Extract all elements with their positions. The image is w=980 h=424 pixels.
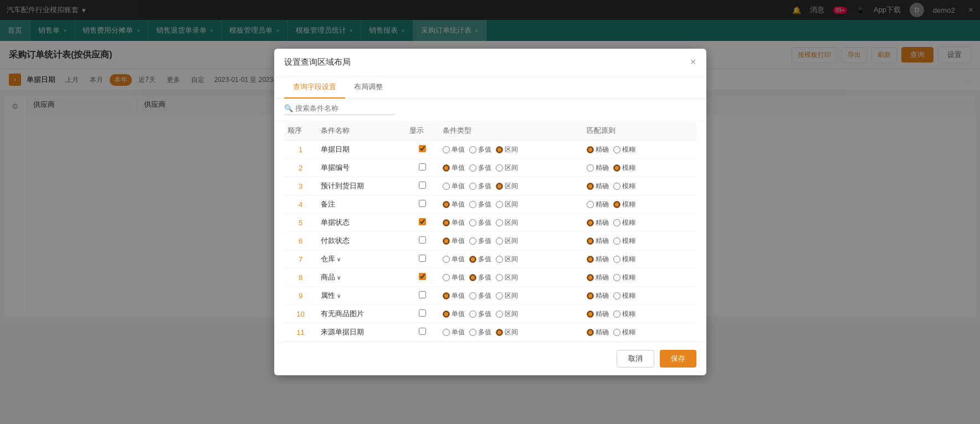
display-checkbox[interactable] xyxy=(419,309,426,317)
type-option-单值[interactable]: 单值 xyxy=(443,255,465,264)
type-option-区间[interactable]: 区间 xyxy=(496,309,518,319)
match-option-精确[interactable]: 精确 xyxy=(587,200,609,209)
type-option-多值[interactable]: 多值 xyxy=(469,255,491,264)
dialog-tab-layout-label: 布局调整 xyxy=(354,82,383,91)
type-option-多值[interactable]: 多值 xyxy=(469,236,491,246)
type-option-区间[interactable]: 区间 xyxy=(496,236,518,246)
match-option-模糊[interactable]: 模糊 xyxy=(613,291,635,301)
type-option-单值[interactable]: 单值 xyxy=(443,291,465,301)
type-option-多值[interactable]: 多值 xyxy=(469,182,491,191)
row-display xyxy=(406,177,439,195)
dialog-overlay: 设置查询区域布局 × 查询字段设置 布局调整 🔍 xyxy=(0,0,980,323)
table-row: 3预计到货日期单值多值区间精确模糊 xyxy=(284,177,696,195)
match-option-精确[interactable]: 精确 xyxy=(587,163,609,173)
table-row: 5单据状态单值多值区间精确模糊 xyxy=(284,214,696,232)
table-row: 7仓库 ∨单值多值区间精确模糊 xyxy=(284,250,696,268)
display-checkbox[interactable] xyxy=(419,163,426,170)
row-match-rule: 精确模糊 xyxy=(583,141,696,159)
display-checkbox[interactable] xyxy=(419,255,426,262)
table-row: 4备注单值多值区间精确模糊 xyxy=(284,195,696,214)
match-option-模糊[interactable]: 模糊 xyxy=(613,200,635,209)
dialog-tab-query-fields-label: 查询字段设置 xyxy=(293,82,336,91)
type-option-多值[interactable]: 多值 xyxy=(469,145,491,154)
type-option-区间[interactable]: 区间 xyxy=(496,200,518,209)
type-option-单值[interactable]: 单值 xyxy=(443,236,465,246)
match-option-模糊[interactable]: 模糊 xyxy=(613,255,635,264)
type-option-区间[interactable]: 区间 xyxy=(496,182,518,191)
row-display xyxy=(406,141,439,159)
search-input[interactable] xyxy=(295,104,384,112)
dialog-close-button[interactable]: × xyxy=(690,56,696,68)
dropdown-arrow-icon[interactable]: ∨ xyxy=(337,275,341,281)
type-option-多值[interactable]: 多值 xyxy=(469,273,491,282)
match-option-精确[interactable]: 精确 xyxy=(587,273,609,282)
display-checkbox[interactable] xyxy=(419,291,426,298)
row-order: 6 xyxy=(284,232,317,250)
match-option-模糊[interactable]: 模糊 xyxy=(613,182,635,191)
display-checkbox[interactable] xyxy=(419,273,426,280)
dialog-header: 设置查询区域布局 × xyxy=(274,49,706,76)
dropdown-arrow-icon[interactable]: ∨ xyxy=(337,293,341,299)
row-condition-type: 单值多值区间 xyxy=(439,195,583,214)
display-checkbox[interactable] xyxy=(419,218,426,225)
type-option-多值[interactable]: 多值 xyxy=(469,200,491,209)
type-option-多值[interactable]: 多值 xyxy=(469,291,491,301)
row-match-rule: 精确模糊 xyxy=(583,323,696,324)
row-order: 2 xyxy=(284,159,317,177)
type-option-单值[interactable]: 单值 xyxy=(443,145,465,154)
match-option-精确[interactable]: 精确 xyxy=(587,309,609,319)
type-option-多值[interactable]: 多值 xyxy=(469,218,491,227)
type-option-单值[interactable]: 单值 xyxy=(443,163,465,173)
match-option-模糊[interactable]: 模糊 xyxy=(613,236,635,246)
row-match-rule: 精确模糊 xyxy=(583,195,696,214)
row-condition-name: 来源单据日期 xyxy=(317,323,406,324)
row-display xyxy=(406,287,439,305)
match-option-精确[interactable]: 精确 xyxy=(587,145,609,154)
dropdown-arrow-icon[interactable]: ∨ xyxy=(337,256,341,262)
type-option-单值[interactable]: 单值 xyxy=(443,273,465,282)
row-condition-type: 单值多值区间 xyxy=(439,305,583,323)
type-option-单值[interactable]: 单值 xyxy=(443,182,465,191)
type-option-区间[interactable]: 区间 xyxy=(496,291,518,301)
row-match-rule: 精确模糊 xyxy=(583,287,696,305)
table-row: 9属性 ∨单值多值区间精确模糊 xyxy=(284,287,696,305)
display-checkbox[interactable] xyxy=(419,182,426,189)
type-option-区间[interactable]: 区间 xyxy=(496,255,518,264)
dialog-search-area: 🔍 xyxy=(274,99,706,121)
row-condition-name: 单据日期 xyxy=(317,141,406,159)
type-option-多值[interactable]: 多值 xyxy=(469,309,491,319)
table-row: 2单据编号单值多值区间精确模糊 xyxy=(284,159,696,177)
match-option-精确[interactable]: 精确 xyxy=(587,255,609,264)
table-row: 8商品 ∨单值多值区间精确模糊 xyxy=(284,268,696,287)
dialog-tab-query-fields[interactable]: 查询字段设置 xyxy=(284,76,345,99)
match-option-模糊[interactable]: 模糊 xyxy=(613,163,635,173)
type-option-单值[interactable]: 单值 xyxy=(443,309,465,319)
dialog-tab-layout[interactable]: 布局调整 xyxy=(345,76,392,99)
match-option-精确[interactable]: 精确 xyxy=(587,291,609,301)
type-option-多值[interactable]: 多值 xyxy=(469,163,491,173)
match-option-精确[interactable]: 精确 xyxy=(587,218,609,227)
display-checkbox[interactable] xyxy=(419,200,426,207)
match-option-模糊[interactable]: 模糊 xyxy=(613,309,635,319)
row-display xyxy=(406,323,439,324)
display-checkbox[interactable] xyxy=(419,145,426,152)
row-condition-type: 单值多值区间 xyxy=(439,214,583,232)
type-option-区间[interactable]: 区间 xyxy=(496,273,518,282)
match-option-精确[interactable]: 精确 xyxy=(587,236,609,246)
match-option-模糊[interactable]: 模糊 xyxy=(613,145,635,154)
type-option-区间[interactable]: 区间 xyxy=(496,163,518,173)
row-order: 9 xyxy=(284,287,317,305)
row-condition-type: 单值多值区间 xyxy=(439,287,583,305)
type-option-单值[interactable]: 单值 xyxy=(443,200,465,209)
row-display xyxy=(406,305,439,323)
match-option-模糊[interactable]: 模糊 xyxy=(613,218,635,227)
match-option-精确[interactable]: 精确 xyxy=(587,182,609,191)
match-option-模糊[interactable]: 模糊 xyxy=(613,273,635,282)
row-match-rule: 精确模糊 xyxy=(583,268,696,287)
display-checkbox[interactable] xyxy=(419,236,426,244)
type-option-区间[interactable]: 区间 xyxy=(496,218,518,227)
type-option-单值[interactable]: 单值 xyxy=(443,218,465,227)
settings-dialog: 设置查询区域布局 × 查询字段设置 布局调整 🔍 xyxy=(274,49,706,323)
type-option-区间[interactable]: 区间 xyxy=(496,145,518,154)
row-order: 5 xyxy=(284,214,317,232)
